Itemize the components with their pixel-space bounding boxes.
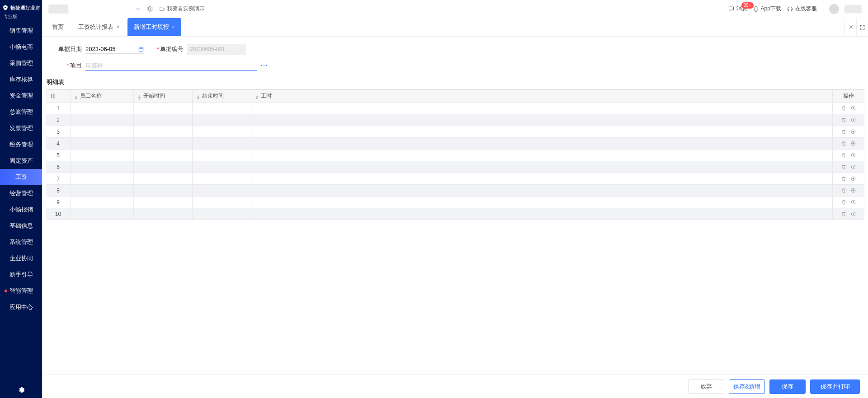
cell-end[interactable] xyxy=(193,173,251,185)
cell-employee[interactable] xyxy=(71,114,134,126)
cell-employee[interactable] xyxy=(71,138,134,150)
cell-hours[interactable] xyxy=(251,114,833,126)
cell-hours[interactable] xyxy=(251,185,833,197)
delete-row-button[interactable] xyxy=(841,117,847,123)
save-and-print-button[interactable]: 保存并打印 xyxy=(810,379,860,394)
delete-row-button[interactable] xyxy=(841,164,847,170)
table-row[interactable]: 10 xyxy=(46,208,833,220)
sidebar-item[interactable]: 税务管理 xyxy=(0,136,42,153)
close-all-tabs[interactable] xyxy=(844,18,856,36)
sidebar-item[interactable]: 工资 xyxy=(0,169,42,185)
cell-hours[interactable] xyxy=(251,126,833,138)
org-selector[interactable] xyxy=(48,5,130,14)
add-row-button[interactable] xyxy=(850,117,856,123)
cell-end[interactable] xyxy=(193,150,251,161)
cell-end[interactable] xyxy=(193,161,251,173)
table-settings-header[interactable] xyxy=(46,90,71,103)
col-end[interactable]: ▲▼结束时间 xyxy=(193,90,251,103)
cell-start[interactable] xyxy=(134,185,193,197)
message-button[interactable]: 消息 99+ xyxy=(728,5,747,13)
sidebar-item[interactable]: 采购管理 xyxy=(0,55,42,71)
save-button[interactable]: 保存 xyxy=(769,379,806,394)
app-download-button[interactable]: App下载 xyxy=(753,5,781,13)
cell-end[interactable] xyxy=(193,185,251,197)
cell-start[interactable] xyxy=(134,208,193,220)
table-row[interactable]: 6 xyxy=(46,161,833,173)
topbar-gear[interactable] xyxy=(146,5,153,12)
avatar[interactable] xyxy=(829,4,839,14)
sidebar-item[interactable]: 新手引导 xyxy=(0,267,42,283)
sidebar-item[interactable]: 经营管理 xyxy=(0,185,42,201)
cell-hours[interactable] xyxy=(251,103,833,114)
discard-button[interactable]: 放弃 xyxy=(688,379,724,394)
add-row-button[interactable] xyxy=(850,105,856,111)
delete-row-button[interactable] xyxy=(841,199,847,205)
delete-row-button[interactable] xyxy=(841,105,847,111)
cell-end[interactable] xyxy=(193,114,251,126)
cell-hours[interactable] xyxy=(251,161,833,173)
sidebar-item[interactable]: 固定资产 xyxy=(0,153,42,169)
sidebar-item[interactable]: 智能管理 xyxy=(0,283,42,299)
tab[interactable]: 新增工时填报× xyxy=(127,18,181,36)
sidebar-item[interactable]: 库存核算 xyxy=(0,71,42,88)
cell-employee[interactable] xyxy=(71,208,134,220)
sidebar-settings[interactable] xyxy=(0,382,42,398)
table-row[interactable]: 4 xyxy=(46,138,833,150)
cell-end[interactable] xyxy=(193,103,251,114)
cell-hours[interactable] xyxy=(251,197,833,208)
sidebar-item[interactable]: 总账管理 xyxy=(0,104,42,120)
chevron-down-icon[interactable] xyxy=(135,6,141,12)
table-row[interactable]: 1 xyxy=(46,103,833,114)
close-icon[interactable]: × xyxy=(116,24,119,30)
demo-link[interactable]: 我要看实例演示 xyxy=(158,5,205,13)
delete-row-button[interactable] xyxy=(841,176,847,182)
add-row-button[interactable] xyxy=(850,164,856,170)
cell-hours[interactable] xyxy=(251,208,833,220)
table-row[interactable]: 5 xyxy=(46,150,833,161)
sidebar-item[interactable]: 销售管理 xyxy=(0,23,42,39)
add-row-button[interactable] xyxy=(850,176,856,182)
add-row-button[interactable] xyxy=(850,199,856,205)
cell-employee[interactable] xyxy=(71,103,134,114)
cell-start[interactable] xyxy=(134,161,193,173)
cell-start[interactable] xyxy=(134,173,193,185)
cell-end[interactable] xyxy=(193,197,251,208)
cell-end[interactable] xyxy=(193,208,251,220)
add-row-button[interactable] xyxy=(850,152,856,158)
date-value[interactable] xyxy=(85,46,126,52)
sidebar-item[interactable]: 企业协同 xyxy=(0,250,42,267)
cell-hours[interactable] xyxy=(251,173,833,185)
cell-employee[interactable] xyxy=(71,185,134,197)
table-row[interactable]: 8 xyxy=(46,185,833,197)
delete-row-button[interactable] xyxy=(841,129,847,135)
sidebar-item[interactable]: 基础信息 xyxy=(0,218,42,234)
cell-hours[interactable] xyxy=(251,150,833,161)
cell-start[interactable] xyxy=(134,103,193,114)
table-row[interactable]: 2 xyxy=(46,114,833,126)
delete-row-button[interactable] xyxy=(841,140,847,146)
cell-start[interactable] xyxy=(134,138,193,150)
cell-employee[interactable] xyxy=(71,126,134,138)
project-picker-button[interactable]: ··· xyxy=(261,62,268,69)
add-row-button[interactable] xyxy=(850,140,856,146)
cell-employee[interactable] xyxy=(71,161,134,173)
add-row-button[interactable] xyxy=(850,211,856,217)
cell-employee[interactable] xyxy=(71,150,134,161)
sidebar-item[interactable]: 小畅电商 xyxy=(0,39,42,55)
add-row-button[interactable] xyxy=(850,187,856,193)
project-input[interactable] xyxy=(85,60,257,71)
col-start[interactable]: ▲▼开始时间 xyxy=(134,90,193,103)
save-and-new-button[interactable]: 保存&新增 xyxy=(729,379,765,394)
sidebar-item[interactable]: 系统管理 xyxy=(0,234,42,250)
close-icon[interactable]: × xyxy=(172,24,175,30)
date-input[interactable] xyxy=(85,45,144,54)
cell-end[interactable] xyxy=(193,126,251,138)
support-button[interactable]: 在线客服 xyxy=(787,5,817,13)
cell-employee[interactable] xyxy=(71,197,134,208)
cell-start[interactable] xyxy=(134,150,193,161)
add-row-button[interactable] xyxy=(850,129,856,135)
delete-row-button[interactable] xyxy=(841,152,847,158)
delete-row-button[interactable] xyxy=(841,187,847,193)
sidebar-item[interactable]: 资金管理 xyxy=(0,88,42,104)
tab[interactable]: 工资统计报表× xyxy=(72,18,126,36)
